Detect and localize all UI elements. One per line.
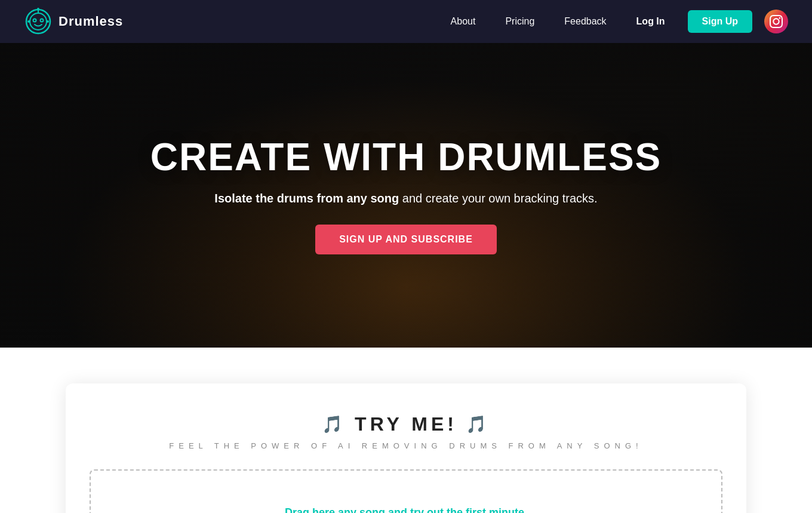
hero-section: CREATE WITH DRUMLESS Isolate the drums f… (0, 43, 812, 348)
try-section: 🎵 TRY ME! 🎵 FEEL THE POWER OF AI REMOVIN… (0, 348, 812, 513)
navbar: Drumless About Pricing Feedback Log In S… (0, 0, 812, 43)
svg-point-9 (47, 20, 49, 23)
hero-cta-button[interactable]: SIGN UP AND SUBSCRIBE (315, 225, 497, 254)
svg-point-4 (34, 20, 36, 21)
nav-links: About Pricing Feedback Log In Sign Up (439, 10, 788, 33)
svg-point-5 (41, 20, 43, 21)
try-subtitle: FEEL THE POWER OF AI REMOVING DRUMS FROM… (90, 441, 722, 450)
logo-icon (24, 7, 53, 36)
svg-point-7 (37, 8, 39, 10)
nav-link-pricing[interactable]: Pricing (493, 11, 546, 32)
instagram-button[interactable] (764, 10, 788, 33)
upload-zone: Drag here any song and try out the first… (90, 469, 722, 513)
drag-text: Drag here any song and try out the first… (285, 506, 527, 513)
hero-subtitle-rest: and create your own bracking tracks. (399, 192, 597, 205)
nav-link-about[interactable]: About (439, 11, 488, 32)
hero-title: CREATE WITH DRUMLESS (150, 136, 662, 178)
try-title: 🎵 TRY ME! 🎵 (90, 413, 722, 435)
nav-link-login[interactable]: Log In (625, 11, 677, 32)
try-title-text: TRY ME! (355, 413, 457, 435)
svg-point-1 (30, 13, 47, 30)
try-card: 🎵 TRY ME! 🎵 FEEL THE POWER OF AI REMOVIN… (66, 383, 746, 513)
logo-text: Drumless (59, 14, 123, 29)
hero-content: CREATE WITH DRUMLESS Isolate the drums f… (150, 136, 662, 254)
logo-link[interactable]: Drumless (24, 7, 123, 36)
signup-button[interactable]: Sign Up (688, 10, 752, 33)
music-icon-left: 🎵 (322, 414, 346, 434)
instagram-icon (770, 15, 783, 28)
hero-subtitle: Isolate the drums from any song and crea… (214, 192, 597, 205)
music-icon-right: 🎵 (466, 414, 490, 434)
hero-subtitle-bold: Isolate the drums from any song (214, 192, 399, 205)
svg-point-8 (27, 20, 30, 23)
nav-link-feedback[interactable]: Feedback (552, 11, 618, 32)
